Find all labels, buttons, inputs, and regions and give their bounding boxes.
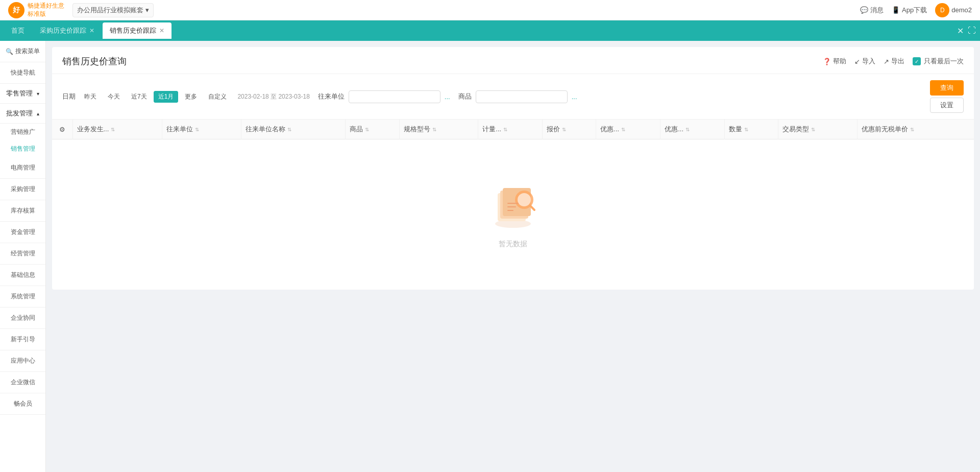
- col-price[interactable]: 报价 ⇅: [543, 120, 596, 139]
- col-partner-name[interactable]: 往来单位名称 ⇅: [241, 120, 346, 139]
- sidebar-item-wholesale-mgmt[interactable]: 批发管理 ▴: [0, 104, 45, 124]
- settings-icon: ⚙: [59, 126, 65, 133]
- sort-icon: ⇅: [503, 127, 507, 132]
- page-card: 销售历史价查询 ❓ 帮助 ↙ 导入 ↗ 导出: [52, 47, 974, 290]
- export-action[interactable]: ↗ 导出: [884, 57, 904, 66]
- chevron-down-icon: ▾: [37, 91, 39, 97]
- header-right: 💬 消息 📱 App下载 D demo2: [860, 3, 972, 17]
- sidebar-item-new-guide[interactable]: 新手引导: [0, 329, 45, 350]
- col-partner-code[interactable]: 往来单位 ⇅: [162, 120, 241, 139]
- sort-icon: ⇅: [365, 127, 369, 132]
- svg-point-5: [518, 193, 531, 206]
- date-buttons: 昨天 今天 近7天 近1月 更多 自定义: [80, 91, 231, 103]
- workspace-selector[interactable]: 办公用品行业模拟账套 ▾: [72, 3, 154, 17]
- sidebar-item-retail-mgmt[interactable]: 零售管理 ▾: [0, 84, 45, 104]
- col-biz-date[interactable]: 业务发生... ⇅: [72, 120, 162, 139]
- settings-button[interactable]: 设置: [930, 98, 964, 113]
- sidebar-item-app-center[interactable]: 应用中心: [0, 350, 45, 372]
- sidebar-item-operations[interactable]: 经营管理: [0, 243, 45, 265]
- sort-icon: ⇅: [432, 127, 436, 132]
- sidebar-item-marketing[interactable]: 营销推广: [0, 124, 45, 140]
- sidebar-item-purchase[interactable]: 采购管理: [0, 179, 45, 200]
- search-icon: 🔍: [6, 48, 13, 55]
- sort-icon: ⇅: [811, 127, 815, 132]
- col-discount1[interactable]: 优惠... ⇅: [596, 120, 660, 139]
- query-button[interactable]: 查询: [930, 80, 964, 96]
- message-icon: 💬: [860, 6, 868, 14]
- page-title-bar: 销售历史价查询 ❓ 帮助 ↙ 导入 ↗ 导出: [52, 47, 974, 74]
- logo-text: 畅捷通好生意 标准版: [28, 2, 64, 18]
- sidebar-item-enterprise-collab[interactable]: 企业协同: [0, 308, 45, 329]
- help-icon: ❓: [823, 58, 831, 65]
- date-btn-1month[interactable]: 近1月: [154, 91, 179, 103]
- col-spec[interactable]: 规格型号 ⇅: [399, 120, 478, 139]
- close-tab-action[interactable]: ✕: [957, 26, 964, 36]
- date-btn-today[interactable]: 今天: [103, 91, 125, 103]
- goods-dots-icon[interactable]: ...: [572, 93, 577, 101]
- col-goods[interactable]: 商品 ⇅: [346, 120, 399, 139]
- sidebar-item-enterprise-wechat[interactable]: 企业微信: [0, 372, 45, 393]
- goods-input[interactable]: [476, 90, 568, 103]
- only-last-checkbox[interactable]: ✓ 只看最后一次: [913, 57, 964, 66]
- date-btn-yesterday[interactable]: 昨天: [80, 91, 101, 103]
- logo-icon: 好: [8, 2, 24, 18]
- goods-filter-group: 商品 ...: [458, 90, 577, 103]
- empty-state: 暂无数据: [52, 139, 974, 290]
- tab-purchase-close-icon[interactable]: ✕: [89, 28, 94, 34]
- tab-home[interactable]: 首页: [4, 22, 32, 39]
- empty-icon: [487, 180, 538, 231]
- date-btn-7days[interactable]: 近7天: [127, 91, 152, 103]
- tab-sales-history[interactable]: 销售历史价跟踪 ✕: [103, 22, 172, 39]
- page-title-actions: ❓ 帮助 ↙ 导入 ↗ 导出 ✓ 只看最后一次: [823, 57, 964, 66]
- header-left: 好 畅捷通好生意 标准版 办公用品行业模拟账套 ▾: [8, 2, 154, 18]
- date-range-text: 2023-02-18 至 2023-03-18: [237, 92, 309, 101]
- col-unit[interactable]: 计量... ⇅: [478, 120, 543, 139]
- sort-icon: ⇅: [195, 127, 199, 132]
- sidebar-item-ecommerce[interactable]: 电商管理: [0, 157, 45, 179]
- app-download-action[interactable]: 📱 App下载: [892, 6, 927, 15]
- sidebar: 🔍 搜索菜单 快捷导航 零售管理 ▾ 批发管理 ▴ 营销推广 销售管理 电商管理…: [0, 41, 46, 472]
- sort-icon: ⇅: [744, 127, 748, 132]
- date-btn-custom[interactable]: 自定义: [204, 91, 231, 103]
- col-discount2[interactable]: 优惠... ⇅: [660, 120, 725, 139]
- partner-input[interactable]: [349, 90, 440, 103]
- workspace-label: 办公用品行业模拟账套: [77, 6, 143, 15]
- user-action[interactable]: D demo2: [935, 3, 972, 17]
- tab-bar-actions: ✕ ⛶: [957, 26, 976, 36]
- tab-sales-close-icon[interactable]: ✕: [159, 28, 164, 34]
- sort-icon: ⇅: [910, 127, 914, 132]
- sidebar-item-finance[interactable]: 资金管理: [0, 222, 45, 243]
- checkbox-icon: ✓: [913, 57, 921, 65]
- message-action[interactable]: 💬 消息: [860, 6, 884, 15]
- sidebar-item-basic-info[interactable]: 基础信息: [0, 265, 45, 286]
- goods-label: 商品: [458, 92, 472, 101]
- col-settings[interactable]: ⚙: [52, 120, 72, 139]
- maximize-tab-action[interactable]: ⛶: [968, 26, 976, 35]
- chevron-up-icon: ▴: [37, 111, 39, 116]
- sidebar-item-inventory[interactable]: 库存核算: [0, 200, 45, 222]
- main-layout: 🔍 搜索菜单 快捷导航 零售管理 ▾ 批发管理 ▴ 营销推广 销售管理 电商管理…: [0, 41, 980, 472]
- svg-line-6: [530, 206, 534, 210]
- content-area: 销售历史价查询 ❓ 帮助 ↙ 导入 ↗ 导出: [46, 41, 980, 472]
- sidebar-item-sales-mgmt[interactable]: 销售管理: [0, 140, 45, 157]
- sidebar-item-search-menu[interactable]: 🔍 搜索菜单: [0, 41, 45, 62]
- avatar: D: [935, 3, 949, 17]
- logo-area: 好 畅捷通好生意 标准版: [8, 2, 64, 18]
- sort-icon: ⇅: [111, 127, 115, 132]
- sidebar-item-quick-nav[interactable]: 快捷导航: [0, 62, 45, 84]
- sort-icon: ⇅: [287, 127, 291, 132]
- col-pre-tax-price[interactable]: 优惠前无税单价 ⇅: [857, 120, 974, 139]
- filter-bar: 日期 昨天 今天 近7天 近1月 更多 自定义 2023-02-18 至 202…: [52, 74, 974, 120]
- col-trade-type[interactable]: 交易类型 ⇅: [778, 120, 857, 139]
- tab-bar: 首页 采购历史价跟踪 ✕ 销售历史价跟踪 ✕ ✕ ⛶: [0, 20, 980, 41]
- date-filter-group: 日期 昨天 今天 近7天 近1月 更多 自定义 2023-02-18 至 202…: [62, 91, 310, 103]
- sidebar-item-member[interactable]: 畅会员: [0, 393, 45, 415]
- import-action[interactable]: ↙ 导入: [854, 57, 875, 66]
- sidebar-item-system[interactable]: 系统管理: [0, 286, 45, 308]
- table-header-row: ⚙ 业务发生... ⇅ 往来单: [52, 120, 974, 139]
- col-quantity[interactable]: 数量 ⇅: [725, 120, 778, 139]
- help-action[interactable]: ❓ 帮助: [823, 57, 846, 66]
- date-btn-more[interactable]: 更多: [180, 91, 202, 103]
- tab-purchase-history[interactable]: 采购历史价跟踪 ✕: [33, 22, 102, 39]
- partner-dots-icon[interactable]: ...: [445, 93, 450, 101]
